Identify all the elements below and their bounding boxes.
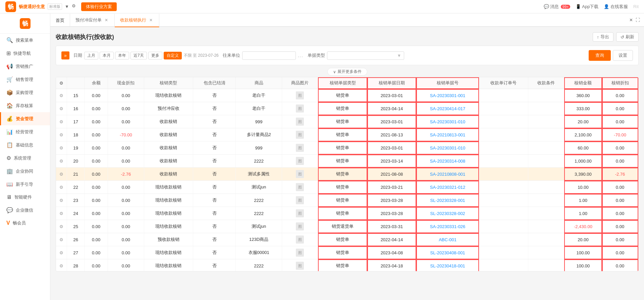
filter-billtype-group: 单据类型 ▼ [308, 51, 405, 60]
td-settings[interactable]: ⚙ [56, 155, 67, 168]
sidebar-item-corp[interactable]: 🏢 企业协同 [0, 165, 50, 178]
tab-home[interactable]: 首页 [50, 14, 70, 27]
sidebar-item-inventory[interactable]: 🏠 库存核算 [0, 99, 50, 112]
filter-toggle-btn[interactable]: » [61, 51, 69, 59]
th-settings[interactable]: ⚙ [56, 77, 67, 89]
app-download[interactable]: 📱 App下载 [576, 4, 598, 10]
billtype-input[interactable] [327, 52, 394, 59]
date-btn-7days[interactable]: 近7天 [130, 52, 147, 59]
tab-prepay[interactable]: 预付冲应付单 ✕ [70, 14, 115, 27]
table-row[interactable]: ⚙ 21 0.00 -2.76 收款核销 否 测试多属性 图 销货单 2021-… [56, 168, 638, 181]
verify-no-link[interactable]: SA-20230321-012 [430, 185, 466, 190]
supplier-input[interactable] [242, 51, 296, 60]
td-verify-bill-type: 销货单 [318, 141, 367, 155]
td-goods: 老白干 [236, 89, 282, 102]
verify-no-link[interactable]: SA-20230331-026 [430, 224, 466, 229]
query-btn[interactable]: 查询 [589, 50, 611, 61]
trial-btn[interactable]: 体验行业方案 [81, 2, 117, 11]
td-goods-img: 图 [282, 207, 318, 220]
table-row[interactable]: ⚙ 25 0.00 0.00 现结收款核销 否 测试jun 图 销货退货单 20… [56, 220, 638, 233]
gear-icon[interactable]: ⚙ [72, 3, 78, 10]
verify-no-link[interactable]: SA-20230301-001 [430, 93, 466, 98]
date-btn-more[interactable]: 更多 [148, 52, 162, 59]
expand-conditions-btn[interactable]: ∨ 展开更多条件 [327, 68, 367, 76]
sidebar-item-finance[interactable]: 💰 资金管理 [0, 112, 50, 125]
td-settings[interactable]: ⚙ [56, 246, 67, 259]
table-row[interactable]: ⚙ 26 0.00 0.00 预收款核销 否 123D商品 图 销货单 2022… [56, 233, 638, 246]
td-verify-date: 2023-04-18 [367, 259, 416, 272]
verify-no-link[interactable]: SL-20230418-001 [430, 263, 465, 268]
td-settings[interactable]: ⚙ [56, 220, 67, 233]
td-settings[interactable]: ⚙ [56, 128, 67, 141]
table-row[interactable]: ⚙ 22 0.00 0.00 现结收款核销 否 测试jun 图 销货单 2023… [56, 181, 638, 194]
verify-no-link[interactable]: SA-20230301-010 [430, 119, 466, 124]
td-settings[interactable]: ⚙ [56, 115, 67, 128]
tab-collection-close[interactable]: ✕ [148, 17, 154, 23]
td-verify-type: 收款核销 [144, 141, 193, 155]
refresh-btn[interactable]: ↺ 刷新 [616, 32, 639, 42]
verify-no-link[interactable]: SA-20210808-001 [430, 172, 466, 177]
top-bar-right: 💬 消息 99+ 📱 App下载 👤 在线客服 Rit [544, 4, 639, 10]
table-row[interactable]: ⚙ 15 0.00 0.00 现结收款核销 否 老白干 图 销货单 2023-0… [56, 89, 638, 102]
export-label: 导出 [600, 34, 609, 40]
date-btn-last-month[interactable]: 上月 [84, 52, 98, 59]
export-btn[interactable]: ↑ 导出 [593, 32, 614, 42]
verify-no-link[interactable]: SA-20230414-017 [430, 106, 466, 111]
verify-no-link[interactable]: SL-20230408-001 [430, 250, 465, 255]
close-tab-icon[interactable]: ✕ [629, 17, 633, 23]
verify-no-link[interactable]: SL-20230328-001 [430, 198, 465, 203]
sidebar-item-hardware[interactable]: 🖥 智能硬件 [0, 191, 50, 204]
th-cash-discount: 现金折扣 [108, 77, 144, 89]
dropdown-arrow[interactable]: ▼ [65, 4, 69, 9]
fullscreen-icon[interactable]: ⛶ [636, 17, 640, 23]
sidebar-item-wechat[interactable]: 💬 企业微信 [0, 204, 50, 217]
verify-no-link[interactable]: SA-20230301-010 [430, 145, 466, 151]
td-settings[interactable]: ⚙ [56, 102, 67, 115]
td-settings[interactable]: ⚙ [56, 207, 67, 220]
sidebar-item-search[interactable]: 🔍 搜索菜单 [0, 34, 50, 47]
table-row[interactable]: ⚙ 20 0.00 0.00 收款核销 否 2222 图 销货单 2023-03… [56, 155, 638, 168]
online-service[interactable]: 👤 在线客服 [604, 4, 628, 10]
verify-no-link[interactable]: SL-20230328-002 [430, 211, 465, 216]
table-row[interactable]: ⚙ 19 0.00 0.00 收款核销 否 999 图 销货单 2023-03-… [56, 141, 638, 155]
sidebar-item-purchase[interactable]: 📦 采购管理 [0, 86, 50, 99]
table-row[interactable]: ⚙ 27 0.00 0.00 现结收款核销 否 衣服00001 图 销货单 20… [56, 246, 638, 259]
sidebar-label-finance: 资金管理 [16, 116, 33, 122]
table-row[interactable]: ⚙ 28 0.00 0.00 现结收款核销 否 2222 图 销货单 2023-… [56, 259, 638, 272]
setting-btn[interactable]: 设置 [613, 50, 633, 61]
td-settings[interactable]: ⚙ [56, 181, 67, 194]
brand-name: 畅捷通好生意 [19, 4, 45, 10]
td-settings[interactable]: ⚙ [56, 168, 67, 181]
sidebar-item-ops[interactable]: 📊 经营管理 [0, 125, 50, 138]
sidebar-item-sales[interactable]: 🛒 销售管理 [0, 73, 50, 86]
verify-no-link[interactable]: SA-20230314-008 [430, 159, 466, 164]
message-icon[interactable]: 💬 消息 99+ [544, 4, 571, 10]
table-row[interactable]: ⚙ 24 0.00 0.00 现结收款核销 否 2222 图 销货单 2023-… [56, 207, 638, 220]
sidebar-item-basic[interactable]: 📋 基础信息 [0, 138, 50, 152]
verify-no-link[interactable]: SA-20210813-001 [430, 132, 466, 137]
tab-collection[interactable]: 收款核销执行 ✕ [115, 14, 159, 27]
sidebar-item-marketing[interactable]: 📢 营销推广 [0, 60, 50, 73]
td-settings[interactable]: ⚙ [56, 233, 67, 246]
td-settings[interactable]: ⚙ [56, 141, 67, 155]
tab-prepay-close[interactable]: ✕ [104, 17, 109, 23]
td-settings[interactable]: ⚙ [56, 259, 67, 272]
sidebar-item-system[interactable]: ⚙ 系统管理 [0, 152, 50, 165]
th-collection-order: 收款单订单号 [479, 77, 528, 89]
table-row[interactable]: ⚙ 16 0.00 0.00 预付冲应收 否 老白干 图 销货单 2023-04… [56, 102, 638, 115]
td-goods-img: 图 [282, 181, 318, 194]
table-row[interactable]: ⚙ 23 0.00 0.00 现结收款核销 否 2222 图 销货单 2023-… [56, 194, 638, 207]
table-row[interactable]: ⚙ 18 0.00 -70.00 收款核销 否 多计量商品2 图 销货单 202… [56, 128, 638, 141]
td-settings[interactable]: ⚙ [56, 89, 67, 102]
verify-no-link[interactable]: ABC-001 [439, 237, 457, 242]
sidebar-item-member[interactable]: V 畅会员 [0, 217, 50, 229]
th-verify-type: 核销类型 [144, 77, 193, 89]
sidebar-item-guide[interactable]: 📖 新手引导 [0, 178, 50, 191]
td-balance: 0.00 [85, 259, 108, 272]
date-btn-this-month[interactable]: 本月 [100, 52, 114, 59]
date-btn-custom[interactable]: 自定义 [164, 52, 182, 59]
table-row[interactable]: ⚙ 17 0.00 0.00 收款核销 否 999 图 销货单 2023-03-… [56, 115, 638, 128]
td-settings[interactable]: ⚙ [56, 194, 67, 207]
date-btn-this-year[interactable]: 本年 [115, 52, 129, 59]
sidebar-item-quicknav[interactable]: ⊞ 快捷导航 [0, 47, 50, 60]
